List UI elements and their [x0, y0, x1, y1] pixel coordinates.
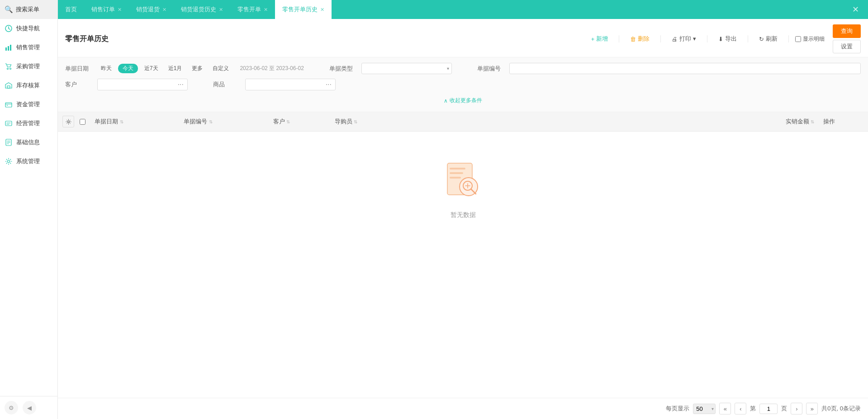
sidebar-item-base-info[interactable]: 基础信息 — [0, 133, 57, 152]
total-label: 共0页, 0条记录 — [821, 405, 861, 413]
date-btn-custom[interactable]: 自定义 — [209, 64, 232, 73]
th-action: 操作 — [819, 112, 868, 132]
svg-rect-15 — [450, 172, 463, 174]
last-page-btn[interactable]: » — [806, 403, 818, 414]
tab-sales-return-history[interactable]: 销货退货历史 ✕ — [174, 0, 230, 19]
customer-dots-icon[interactable]: ··· — [178, 80, 184, 89]
per-page-select[interactable]: 10 20 50 100 — [693, 404, 716, 414]
prev-page-btn[interactable]: ‹ — [735, 403, 746, 414]
goods-dots-icon[interactable]: ··· — [326, 80, 332, 89]
collapse-more-btn[interactable]: ∧ 收起更多条件 — [65, 95, 861, 106]
query-button[interactable]: 查询 — [833, 24, 861, 38]
date-btn-7days[interactable]: 近7天 — [141, 64, 162, 73]
doc-no-input[interactable] — [509, 63, 861, 74]
filter-row-1: 单据日期 昨天 今天 近7天 近1月 更多 自定义 2023-06-02 至 2… — [65, 63, 861, 74]
tab-retail-open-history-close[interactable]: ✕ — [320, 7, 324, 13]
sidebar-item-inventory[interactable]: 库存核算 — [0, 76, 57, 95]
window-close-btn[interactable]: ✕ — [849, 5, 863, 14]
data-table: 单据日期 ⇅ 单据编号 ⇅ 客户 ⇅ — [58, 112, 868, 132]
th-customer-label: 客户 — [273, 118, 285, 125]
show-detail-checkbox[interactable]: 显示明细 — [795, 35, 825, 43]
tab-sales-return[interactable]: 销货退货 ✕ — [129, 0, 174, 19]
sidebar-search[interactable]: 🔍 搜索采单 — [0, 0, 57, 19]
tab-retail-open-history[interactable]: 零售开单历史 ✕ — [275, 0, 332, 19]
print-button[interactable]: 🖨 打印 ▾ — [667, 33, 701, 45]
collapse-sidebar-btn[interactable]: ◀ — [23, 401, 36, 414]
sidebar-item-label: 基础信息 — [16, 138, 40, 146]
table-area: 单据日期 ⇅ 单据编号 ⇅ 客户 ⇅ — [58, 112, 868, 419]
sort-no-icon[interactable]: ⇅ — [209, 119, 213, 124]
sidebar-item-purchase-mgmt[interactable]: 采购管理 — [0, 57, 57, 76]
customer-input-wrapper[interactable]: ··· — [97, 79, 188, 90]
add-button[interactable]: + 新增 — [587, 33, 613, 45]
date-btn-more[interactable]: 更多 — [188, 64, 206, 73]
sort-date-icon[interactable]: ⇅ — [120, 119, 123, 124]
doc-type-select[interactable] — [361, 63, 452, 74]
select-all-checkbox[interactable] — [80, 119, 85, 125]
first-page-btn[interactable]: « — [719, 403, 731, 414]
sort-guide-icon[interactable]: ⇅ — [354, 119, 357, 124]
column-settings-btn[interactable] — [62, 116, 74, 127]
tab-sales-order-close[interactable]: ✕ — [118, 7, 122, 13]
sidebar-item-finance[interactable]: 资金管理 — [0, 95, 57, 114]
tab-retail-open-close[interactable]: ✕ — [264, 7, 268, 13]
date-btn-today[interactable]: 今天 — [118, 64, 138, 73]
sidebar-item-quick-nav[interactable]: 快捷导航 — [0, 19, 57, 38]
next-page-btn[interactable]: › — [791, 403, 802, 414]
tab-sales-order[interactable]: 销售订单 ✕ — [84, 0, 129, 19]
print-label: 打印 ▾ — [679, 35, 696, 43]
sidebar-item-sales-mgmt[interactable]: 销售管理 — [0, 38, 57, 57]
sales-mgmt-icon — [5, 43, 13, 52]
export-button[interactable]: ⬇ 导出 — [714, 33, 741, 45]
tab-home[interactable]: 首页 — [58, 0, 84, 19]
pagination: 每页显示 10 20 50 100 ▾ « ‹ 第 — [58, 398, 868, 419]
per-page-label: 每页显示 — [666, 405, 689, 413]
refresh-button[interactable]: ↻ 刷新 — [754, 33, 782, 45]
add-icon: + — [591, 36, 595, 42]
tab-retail-open[interactable]: 零售开单 ✕ — [230, 0, 275, 19]
goods-input[interactable] — [249, 81, 326, 88]
svg-point-4 — [7, 68, 9, 70]
refresh-icon: ↻ — [759, 36, 764, 42]
purchase-mgmt-icon — [5, 62, 13, 71]
show-detail-input[interactable] — [795, 36, 801, 42]
goods-input-wrapper[interactable]: ··· — [245, 79, 336, 90]
collapse-icon: ∧ — [444, 98, 448, 104]
sort-amount-icon[interactable]: ⇅ — [811, 119, 814, 124]
last-page-icon: » — [811, 405, 814, 412]
sidebar-item-label: 经营管理 — [16, 119, 40, 127]
divider2 — [660, 35, 661, 42]
svg-rect-14 — [450, 168, 465, 169]
divider5 — [788, 35, 789, 42]
svg-point-8 — [7, 105, 8, 106]
divider1 — [619, 35, 619, 42]
date-btn-1month[interactable]: 近1月 — [165, 64, 186, 73]
goods-label: 商品 — [213, 80, 238, 89]
th-amount: 实销金额 ⇅ — [730, 112, 819, 132]
sidebar-search-label: 搜索采单 — [16, 5, 39, 14]
sidebar-item-operations[interactable]: 经营管理 — [0, 114, 57, 133]
delete-button[interactable]: 🗑 删除 — [626, 33, 654, 45]
tab-sales-return-history-close[interactable]: ✕ — [219, 7, 223, 13]
date-options: 昨天 今天 近7天 近1月 更多 自定义 — [97, 64, 232, 73]
svg-rect-9 — [5, 121, 12, 126]
page-number-input[interactable] — [759, 404, 778, 414]
th-guide-label: 导购员 — [335, 118, 352, 125]
finance-icon — [5, 100, 13, 108]
customer-input[interactable] — [101, 81, 178, 88]
tab-home-label: 首页 — [65, 5, 77, 14]
tab-sales-return-label: 销货退货 — [136, 5, 160, 14]
sys-mgmt-icon — [5, 157, 13, 165]
sidebar-item-label: 资金管理 — [16, 100, 40, 108]
date-btn-yesterday[interactable]: 昨天 — [97, 64, 115, 73]
export-icon: ⬇ — [718, 36, 723, 42]
export-label: 导出 — [725, 35, 737, 43]
customer-label: 客户 — [65, 80, 90, 89]
setting-button[interactable]: 设置 — [833, 40, 861, 53]
filter-row-2: 客户 ··· 商品 ··· — [65, 79, 861, 90]
sidebar-item-sys-mgmt[interactable]: 系统管理 — [0, 152, 57, 171]
tab-sales-return-close[interactable]: ✕ — [162, 7, 166, 13]
table-scroll: 单据日期 ⇅ 单据编号 ⇅ 客户 ⇅ — [58, 112, 868, 398]
settings-bottom-btn[interactable]: ⚙ — [5, 401, 18, 414]
sort-customer-icon[interactable]: ⇅ — [286, 119, 290, 124]
